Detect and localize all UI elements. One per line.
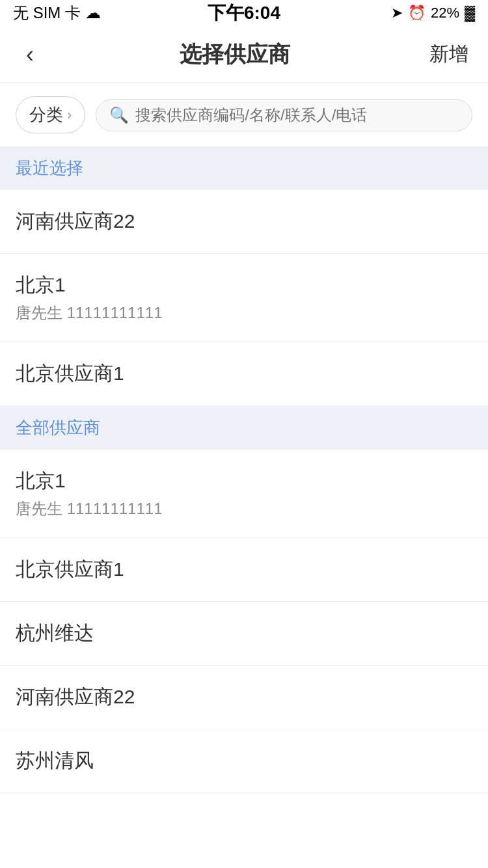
list-item[interactable]: 苏州清风 xyxy=(0,729,488,793)
sim-label: 无 SIM 卡 ☁ xyxy=(13,3,101,23)
list-item[interactable]: 北京供应商1 xyxy=(0,538,488,602)
list-item[interactable]: 杭州维达 xyxy=(0,602,488,666)
all-items-list: 北京1唐先生 11111111111北京供应商1杭州维达河南供应商22苏州清风 xyxy=(0,450,488,793)
category-label: 分类 xyxy=(29,103,63,126)
list-item-sub: 唐先生 11111111111 xyxy=(16,303,472,323)
list-item-name: 河南供应商22 xyxy=(16,684,472,711)
page-title: 选择供应商 xyxy=(180,40,290,70)
status-time: 下午6:04 xyxy=(208,1,280,25)
back-button[interactable]: ‹ xyxy=(20,34,40,75)
search-input[interactable] xyxy=(135,106,459,124)
new-action-button[interactable]: 新增 xyxy=(429,41,468,68)
list-item-name: 北京1 xyxy=(16,468,472,495)
list-item-name: 杭州维达 xyxy=(16,620,472,647)
battery-icon: ▓ xyxy=(465,5,475,21)
search-icon: 🔍 xyxy=(109,106,129,124)
filter-bar: 分类 › 🔍 xyxy=(0,83,488,146)
list-item-name: 河南供应商22 xyxy=(16,208,472,235)
battery-label: 22% xyxy=(431,5,459,21)
search-box[interactable]: 🔍 xyxy=(96,99,472,131)
nav-bar: ‹ 选择供应商 新增 xyxy=(0,26,488,83)
list-item-name: 北京1 xyxy=(16,272,472,299)
chevron-right-icon: › xyxy=(67,107,72,124)
all-section-label: 全部供应商 xyxy=(16,418,100,437)
list-item[interactable]: 河南供应商22 xyxy=(0,666,488,729)
list-item[interactable]: 北京1唐先生 11111111111 xyxy=(0,254,488,342)
recent-items-list: 河南供应商22北京1唐先生 11111111111北京供应商1 xyxy=(0,190,488,406)
recent-section-label: 最近选择 xyxy=(16,158,83,178)
list-item-sub: 唐先生 11111111111 xyxy=(16,498,472,519)
list-item[interactable]: 河南供应商22 xyxy=(0,190,488,254)
category-button[interactable]: 分类 › xyxy=(16,96,85,133)
status-bar: 无 SIM 卡 ☁ 下午6:04 ➤ ⏰ 22% ▓ xyxy=(0,0,488,26)
all-section-header: 全部供应商 xyxy=(0,406,488,450)
status-left: 无 SIM 卡 ☁ xyxy=(13,3,101,23)
list-item-name: 北京供应商1 xyxy=(16,556,472,583)
alarm-icon: ⏰ xyxy=(408,5,426,21)
list-item[interactable]: 北京供应商1 xyxy=(0,342,488,406)
location-icon: ➤ xyxy=(391,5,403,21)
list-item-name: 苏州清风 xyxy=(16,748,472,774)
list-item[interactable]: 北京1唐先生 11111111111 xyxy=(0,450,488,538)
list-item-name: 北京供应商1 xyxy=(16,360,472,387)
recent-section-header: 最近选择 xyxy=(0,146,488,190)
status-right: ➤ ⏰ 22% ▓ xyxy=(391,5,475,21)
